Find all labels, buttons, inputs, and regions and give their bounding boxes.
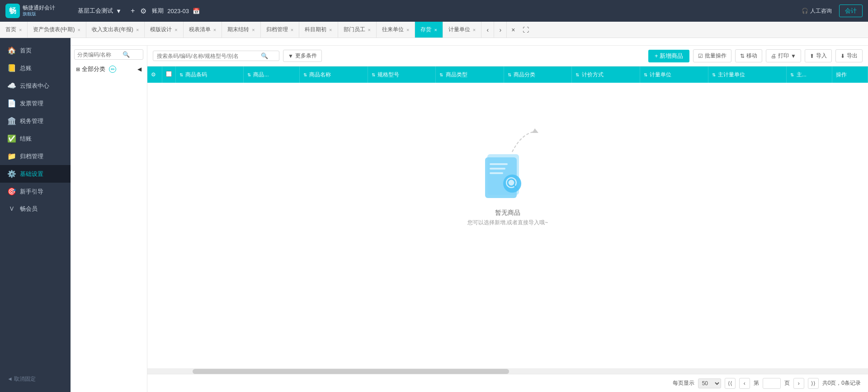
next-page-btn[interactable]: ›	[793, 378, 804, 389]
content-inner: 🔍 ⊞ 全部分类 ✏ ◀ 🔍 ▼	[71, 46, 868, 392]
empty-doc-icon	[483, 152, 533, 202]
tab-archive-close[interactable]: ×	[291, 27, 293, 33]
col-type[interactable]: ⇅ 商品类型	[436, 66, 504, 83]
filter-button[interactable]: ▼ 更多条件	[283, 50, 322, 62]
sidebar-item-close-label: 结账	[20, 135, 32, 143]
horizontal-scrollbar[interactable]	[147, 368, 868, 374]
tab-home-close[interactable]: ×	[19, 27, 22, 33]
col-category[interactable]: ⇅ 商品分类	[504, 66, 572, 83]
sidebar-item-basic-settings[interactable]: ⚙️ 基础设置	[0, 165, 71, 183]
col-code[interactable]: ⇅ 商品...	[244, 66, 300, 83]
col-name[interactable]: ⇅ 商品名称	[299, 66, 368, 83]
tab-inventory-close[interactable]: ×	[434, 27, 437, 33]
add-icon[interactable]: +	[131, 7, 135, 15]
col-spec[interactable]: ⇅ 规格型号	[368, 66, 436, 83]
tab-dept[interactable]: 部门员工 ×	[338, 22, 377, 38]
prev-page-btn[interactable]: ‹	[739, 378, 750, 389]
sidebar-item-ledger[interactable]: 📒 总账	[0, 59, 71, 77]
product-table: ⚙ ⇅ 商品条码 ⇅	[147, 66, 868, 83]
service-button[interactable]: 🎧 人工咨询	[798, 5, 835, 17]
move-button[interactable]: ⇅ 移动	[735, 49, 762, 62]
table-scroll-container[interactable]: ⚙ ⇅ 商品条码 ⇅	[147, 66, 868, 368]
tab-tax[interactable]: 税表清单 ×	[184, 22, 222, 38]
tab-balance-sheet-label: 资产负债表(中期)	[33, 26, 75, 33]
sidebar-item-cloud-report[interactable]: ☁️ 云报表中心	[0, 77, 71, 94]
main-search-icon[interactable]: 🔍	[261, 52, 268, 59]
select-all-checkbox[interactable]	[166, 71, 172, 77]
sidebar-item-member[interactable]: V 畅会员	[0, 200, 71, 217]
company-selector[interactable]: 基层工会测试 ▼	[74, 5, 125, 17]
calendar-icon[interactable]: 📅	[193, 8, 200, 14]
tab-tax-label: 税表清单	[189, 26, 211, 33]
tab-dept-close[interactable]: ×	[368, 27, 371, 33]
main-search-input[interactable]	[157, 53, 261, 59]
tab-archive[interactable]: 归档管理 ×	[261, 22, 299, 38]
tab-home[interactable]: 首页 ×	[0, 22, 28, 38]
col-price-method[interactable]: ⇅ 计价方式	[572, 66, 640, 83]
print-button[interactable]: 🖨 打印 ▼	[766, 49, 801, 62]
empty-illustration	[462, 120, 553, 202]
tab-income-close[interactable]: ×	[136, 27, 139, 33]
tab-subject-close[interactable]: ×	[329, 27, 332, 33]
category-search-input[interactable]	[77, 52, 123, 58]
sidebar-unpin-btn[interactable]: ◄ 取消固定	[0, 370, 71, 388]
edit-icon[interactable]: ✏	[109, 66, 116, 73]
tab-subject[interactable]: 科目期初 ×	[299, 22, 338, 38]
tab-expand-btn[interactable]: ⛶	[519, 22, 532, 38]
print-icon: 🖨	[771, 53, 776, 59]
sidebar-item-home[interactable]: 🏠 首页	[0, 42, 71, 59]
sidebar-item-member-label: 畅会员	[20, 205, 38, 213]
tab-inventory[interactable]: 存货 ×	[415, 22, 443, 38]
col-main-unit[interactable]: ⇅ 主计量单位	[708, 66, 787, 83]
per-page-select[interactable]: 50 10 20 100	[698, 378, 721, 388]
col-settings-icon[interactable]: ⚙	[151, 71, 156, 78]
col-checkbox[interactable]	[162, 66, 175, 83]
tab-prev-btn[interactable]: ‹	[481, 22, 494, 38]
tab-unit[interactable]: 计量单位 ×	[443, 22, 481, 38]
category-search-icon[interactable]: 🔍	[123, 51, 130, 58]
page-number-input[interactable]: 1	[763, 378, 781, 389]
tab-close-all-btn[interactable]: ×	[507, 22, 519, 38]
sidebar-item-close[interactable]: ✅ 结账	[0, 130, 71, 147]
import-button[interactable]: ⬆ 导入	[805, 49, 832, 62]
tab-unit-close[interactable]: ×	[473, 27, 476, 33]
tab-balance-sheet[interactable]: 资产负债表(中期) ×	[28, 22, 86, 38]
first-page-btn[interactable]: ⟨⟨	[725, 378, 736, 389]
tab-income[interactable]: 收入支出表(年报) ×	[86, 22, 145, 38]
tab-next-btn[interactable]: ›	[494, 22, 507, 38]
total-label: 共0页，0条记录	[822, 379, 861, 387]
logo-text: 畅捷通好会计	[23, 5, 55, 11]
settings-icon[interactable]: ⚙	[140, 7, 146, 15]
batch-icon: ☑	[698, 53, 703, 59]
add-product-button[interactable]: + 新增商品	[648, 50, 689, 62]
sidebar-item-archive[interactable]: 📁 归档管理	[0, 147, 71, 165]
export-button[interactable]: ⬇ 导出	[835, 49, 863, 62]
tab-contacts-close[interactable]: ×	[406, 27, 409, 33]
archive-icon: 📁	[7, 152, 16, 161]
account-button[interactable]: 会计	[839, 5, 863, 17]
tab-tax-close[interactable]: ×	[213, 27, 216, 33]
tab-period-end-close[interactable]: ×	[252, 27, 255, 33]
scrollbar-thumb[interactable]	[193, 369, 509, 374]
col-main-short[interactable]: ⇅ 主...	[787, 66, 832, 83]
tab-balance-close[interactable]: ×	[77, 27, 80, 33]
sidebar-item-cloud-report-label: 云报表中心	[20, 82, 49, 90]
tab-contacts[interactable]: 往来单位 ×	[377, 22, 415, 38]
close-period-icon: ✅	[7, 134, 16, 143]
tab-bar: 首页 × 资产负债表(中期) × 收入支出表(年报) × 模版设计 × 税表清单…	[0, 22, 868, 38]
last-page-btn[interactable]: ⟩⟩	[808, 378, 819, 389]
batch-operation-button[interactable]: ☑ 批量操作	[693, 49, 731, 62]
sidebar-item-guide[interactable]: 🎯 新手引导	[0, 183, 71, 200]
col-unit[interactable]: ⇅ 计量单位	[640, 66, 708, 83]
sidebar-item-tax[interactable]: 🏛️ 税务管理	[0, 112, 71, 130]
collapse-icon[interactable]: ◀	[137, 66, 142, 72]
col-barcode[interactable]: ⇅ 商品条码	[175, 66, 244, 83]
category-header[interactable]: ⊞ 全部分类 ✏ ◀	[74, 63, 143, 75]
sidebar-item-invoice[interactable]: 📄 发票管理	[0, 94, 71, 112]
ledger-icon: 📒	[7, 64, 16, 72]
tab-template-close[interactable]: ×	[175, 27, 177, 33]
col-settings[interactable]: ⚙	[147, 66, 162, 83]
cloud-icon: ☁️	[7, 81, 16, 90]
tab-template[interactable]: 模版设计 ×	[145, 22, 183, 38]
tab-period-end[interactable]: 期末结转 ×	[222, 22, 260, 38]
